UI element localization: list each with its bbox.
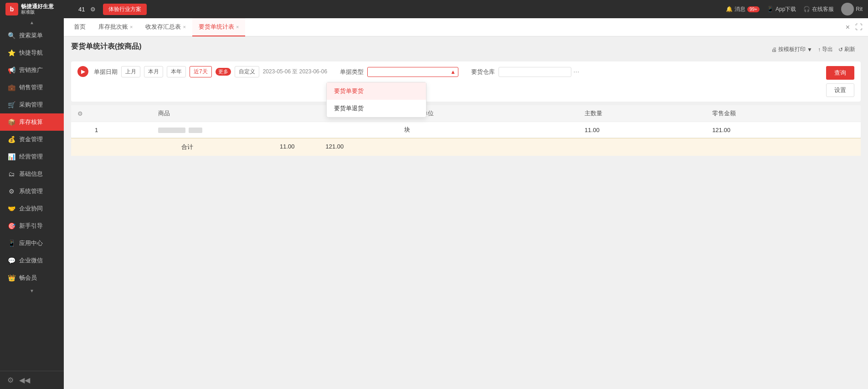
print-button[interactable]: 🖨 按模板打印 ▼ [771, 46, 812, 53]
sidebar-scroll-down[interactable]: ▼ [0, 287, 64, 295]
sidebar-item-guide[interactable]: 🎯 新手引导 [0, 217, 64, 235]
sidebar-item-wechat[interactable]: 💬 企业微信 [0, 252, 64, 269]
refresh-button[interactable]: ↺ 刷新 [838, 46, 855, 53]
service-icon: 🎧 [803, 6, 810, 12]
tabs-bar-right: × ⛶ [844, 22, 864, 32]
folder-icon: 🗂 [7, 170, 15, 178]
sidebar-item-member[interactable]: 👑 畅会员 [0, 269, 64, 287]
dropdown-item-order-label: 要货单要货 [334, 87, 364, 94]
table-row: 1 块 11.00 121.00 [71, 122, 861, 138]
total-amount: 121.00 [326, 143, 344, 151]
tab-home[interactable]: 首页 [67, 18, 92, 36]
mobile-icon: 📱 [767, 6, 774, 12]
topbar-gear-icon[interactable]: ⚙ [90, 6, 96, 13]
warehouse-filter-label: 要货仓库 [471, 68, 495, 76]
tab-order-stats-close[interactable]: × [236, 24, 239, 30]
refresh-label: 刷新 [844, 46, 855, 53]
app-download-label: App下载 [776, 5, 796, 13]
table-settings-icon[interactable]: ⚙ [77, 110, 83, 117]
sidebar-item-marketing[interactable]: 📢 营销推广 [0, 61, 64, 79]
logo-icon: b [5, 3, 18, 15]
filter-toolbar: ▶ 单据日期 上月 本月 本年 近7天 更多 自定义 2023-05-06 至 … [71, 61, 861, 102]
tab-batch-account-close[interactable]: × [130, 24, 133, 30]
tabs-expand-button[interactable]: ⛶ [853, 22, 864, 32]
trial-button[interactable]: 体验行业方案 [103, 4, 147, 15]
topbar-right: 🔔 消息 99+ 📱 App下载 🎧 在线客服 Rit [726, 3, 863, 15]
sidebar-settings-icon[interactable]: ⚙ [7, 376, 14, 384]
query-button[interactable]: 查询 [826, 66, 854, 80]
user-avatar-item[interactable]: Rit [841, 3, 863, 15]
sidebar-item-purchase-label: 采购管理 [19, 101, 43, 109]
notifications-item[interactable]: 🔔 消息 99+ [726, 5, 760, 13]
sidebar-item-inventory[interactable]: 📦 库存核算 [0, 113, 64, 131]
app-download-item[interactable]: 📱 App下载 [767, 5, 796, 13]
type-dropdown-arrow-icon[interactable]: ▲ [450, 69, 456, 75]
dropdown-item-order[interactable]: 要货单要货 [327, 82, 426, 100]
expand-filter-button[interactable]: ▶ [77, 66, 88, 77]
col-amount-header: 零售金额 [707, 105, 861, 122]
sidebar-scroll-up[interactable]: ▲ [0, 18, 64, 27]
tab-receive-summary[interactable]: 收发存汇总表 × [139, 18, 192, 36]
sidebar-item-finance[interactable]: 💰 资金管理 [0, 131, 64, 148]
sidebar-item-purchase[interactable]: 🛒 采购管理 [0, 96, 64, 113]
table-header-row: ⚙ 商品 主计量单位 主数量 零售金额 [71, 105, 861, 122]
brand-sub: 标准版 [21, 10, 54, 15]
sidebar-collapse-icon[interactable]: ◀◀ [19, 376, 30, 384]
sidebar-item-quick-nav[interactable]: ⭐ 快捷导航 [0, 44, 64, 61]
type-dropdown-menu: 要货单要货 要货单退货 [326, 82, 426, 118]
sidebar-item-system[interactable]: ⚙ 系统管理 [0, 183, 64, 200]
sidebar-item-quick-nav-label: 快捷导航 [19, 49, 43, 57]
sidebar-item-search[interactable]: 🔍 搜索菜单 [0, 27, 64, 44]
date-filter-label: 单据日期 [94, 68, 118, 76]
export-button[interactable]: ↑ 导出 [818, 46, 833, 53]
date-more-badge[interactable]: 更多 [216, 68, 231, 76]
total-label: 合计 [181, 143, 193, 151]
sidebar-item-operations[interactable]: 📊 经营管理 [0, 148, 64, 165]
date-custom-button[interactable]: 自定义 [235, 66, 259, 77]
online-service-item[interactable]: 🎧 在线客服 [803, 5, 834, 13]
page-toolbar-right: 🖨 按模板打印 ▼ ↑ 导出 ↺ 刷新 [771, 46, 855, 53]
tab-order-stats[interactable]: 要货单统计表 × [192, 18, 245, 36]
sidebar-item-sales[interactable]: 💼 销售管理 [0, 79, 64, 96]
search-icon: 🔍 [7, 31, 15, 40]
target-icon: 🎯 [7, 222, 15, 230]
row-quantity-cell: 11.00 [579, 122, 707, 138]
brand-name: 畅捷通好生意 [21, 3, 54, 10]
row-settings-cell [71, 122, 89, 138]
sidebar-item-basic-info[interactable]: 🗂 基础信息 [0, 165, 64, 183]
sidebar-item-cooperation[interactable]: 🤝 企业协同 [0, 200, 64, 217]
settings-button[interactable]: 设置 [826, 83, 854, 97]
topbar: b 畅捷通好生意 标准版 41 ⚙ 体验行业方案 🔔 消息 99+ 📱 App下… [0, 0, 868, 18]
data-table-wrap: ⚙ 商品 主计量单位 主数量 零售金额 [71, 105, 861, 138]
sidebar-item-cooperation-label: 企业协同 [19, 205, 43, 213]
date-7days-button[interactable]: 近7天 [190, 66, 212, 77]
crown-icon: 👑 [7, 274, 15, 282]
user-avatar [841, 3, 854, 15]
tab-receive-summary-close[interactable]: × [183, 24, 185, 30]
megaphone-icon: 📢 [7, 66, 15, 74]
tab-receive-summary-label: 收发存汇总表 [145, 23, 181, 31]
content-area: 首页 库存批次账 × 收发存汇总表 × 要货单统计表 × × ⛶ 要 [64, 18, 868, 389]
online-service-label: 在线客服 [812, 5, 834, 13]
sidebar-item-marketing-label: 营销推广 [19, 66, 43, 74]
warehouse-more-icon[interactable]: ··· [573, 68, 579, 76]
sidebar-item-app-center[interactable]: 📱 应用中心 [0, 235, 64, 252]
warehouse-filter-input[interactable] [498, 67, 571, 77]
date-this-year-button[interactable]: 本年 [167, 66, 186, 77]
store-number: 41 [78, 6, 85, 13]
col-quantity-header: 主数量 [579, 105, 707, 122]
sidebar-item-sales-label: 销售管理 [19, 83, 43, 92]
dropdown-item-return[interactable]: 要货单退货 [327, 100, 426, 117]
refresh-icon: ↺ [838, 46, 843, 53]
warehouse-filter-wrap: ··· [498, 67, 579, 77]
sidebar-item-finance-label: 资金管理 [19, 135, 43, 143]
sidebar-item-system-label: 系统管理 [19, 187, 43, 195]
type-filter-input[interactable] [367, 67, 458, 77]
tabs-close-all-button[interactable]: × [844, 22, 852, 32]
date-last-month-button[interactable]: 上月 [121, 66, 140, 77]
user-name: Rit [856, 6, 863, 12]
sidebar-item-wechat-label: 企业微信 [19, 256, 43, 265]
total-quantity: 11.00 [280, 143, 295, 151]
date-this-month-button[interactable]: 本月 [144, 66, 163, 77]
tab-batch-account[interactable]: 库存批次账 × [92, 18, 139, 36]
